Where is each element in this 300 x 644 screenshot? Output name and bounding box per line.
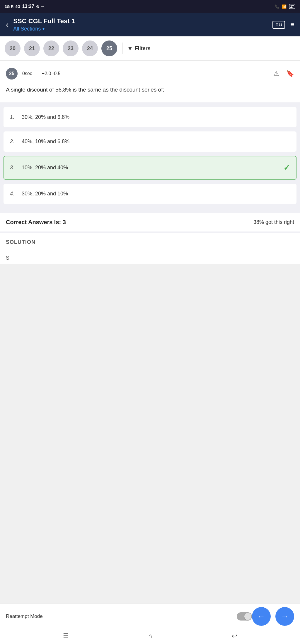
question-number-badge: 25 bbox=[6, 68, 18, 80]
arrow-side: ← → bbox=[252, 607, 294, 626]
carrier1-label: 3G R bbox=[5, 4, 13, 9]
alert-icon[interactable]: ⚠ bbox=[273, 70, 279, 77]
time-label: 13:27 bbox=[22, 4, 34, 9]
option-2[interactable]: 2. 40%, 10% and 6.8% bbox=[4, 131, 296, 152]
reattempt-toggle[interactable] bbox=[237, 612, 252, 621]
test-title: SSC CGL Full Test 1 bbox=[13, 17, 268, 25]
do-not-disturb-icon: ⊘ bbox=[36, 4, 39, 9]
battery-label: 27 bbox=[289, 4, 295, 9]
call-icon: 📞 bbox=[275, 4, 279, 9]
system-home-icon[interactable]: ⌂ bbox=[148, 632, 152, 640]
question-marks: +2.0 -0.5 bbox=[42, 71, 61, 76]
status-right: 📞 📶 27 bbox=[275, 4, 295, 9]
meta-divider bbox=[37, 70, 37, 77]
bookmark-icon[interactable]: 🔖 bbox=[286, 70, 294, 77]
answer-stats: Correct Answers Is: 3 38% got this right bbox=[0, 213, 300, 231]
system-nav-bar: ☰ ⌂ ↩ bbox=[0, 629, 300, 644]
next-button[interactable]: → bbox=[275, 607, 294, 626]
q-nav-22[interactable]: 22 bbox=[43, 40, 59, 56]
solution-section: SOLUTION Si bbox=[0, 231, 300, 264]
menu-button[interactable]: ≡ bbox=[290, 21, 294, 28]
question-text: A single discount of 56.8% is the same a… bbox=[6, 85, 294, 94]
q-nav-25[interactable]: 25 bbox=[101, 40, 117, 56]
back-button[interactable]: ‹ bbox=[6, 21, 8, 29]
option-1-text: 30%, 20% and 6.8% bbox=[22, 114, 290, 120]
dots-icon: ··· bbox=[41, 4, 44, 9]
got-right-stat: 38% got this right bbox=[253, 219, 294, 225]
header: ‹ SSC CGL Full Test 1 All Sections ▾ E 3… bbox=[0, 13, 300, 36]
question-meta: 25 0sec +2.0 -0.5 ⚠ 🔖 bbox=[6, 68, 294, 80]
option-4-number: 4. bbox=[10, 191, 17, 197]
q-nav-21[interactable]: 21 bbox=[24, 40, 40, 56]
filters-button[interactable]: ▼ Filters bbox=[127, 45, 151, 52]
carrier2-label: 4G bbox=[15, 4, 20, 9]
option-2-number: 2. bbox=[10, 138, 17, 145]
q-nav-20[interactable]: 20 bbox=[5, 40, 21, 56]
option-3[interactable]: 3. 10%, 20% and 40% ✓ bbox=[4, 156, 296, 180]
wifi-icon: 📶 bbox=[282, 4, 287, 9]
exam-badge: E 31 bbox=[272, 21, 285, 29]
q-nav-23[interactable]: 23 bbox=[63, 40, 79, 56]
prev-button[interactable]: ← bbox=[252, 607, 271, 626]
status-left: 3G R 4G 13:27 ⊘ ··· bbox=[5, 4, 44, 9]
filter-icon: ▼ bbox=[127, 45, 133, 52]
bottom-controls-row: Reattempt Mode ← → bbox=[0, 604, 300, 629]
nav-divider bbox=[122, 43, 122, 54]
option-2-text: 40%, 10% and 6.8% bbox=[22, 138, 290, 145]
correct-checkmark-icon: ✓ bbox=[283, 163, 290, 173]
option-1[interactable]: 1. 30%, 20% and 6.8% bbox=[4, 107, 296, 127]
option-1-number: 1. bbox=[10, 114, 17, 120]
option-4-text: 30%, 20% and 10% bbox=[22, 191, 290, 197]
system-menu-icon[interactable]: ☰ bbox=[63, 632, 69, 640]
solution-divider bbox=[6, 250, 294, 250]
options-area: 1. 30%, 20% and 6.8% 2. 40%, 10% and 6.8… bbox=[0, 102, 300, 213]
toggle-knob bbox=[244, 613, 251, 620]
exam-badge-letter: E bbox=[275, 23, 278, 27]
question-area: 25 0sec +2.0 -0.5 ⚠ 🔖 A single discount … bbox=[0, 61, 300, 102]
bottom-bar: Reattempt Mode ← → ☰ ⌂ ↩ bbox=[0, 603, 300, 644]
status-bar: 3G R 4G 13:27 ⊘ ··· 📞 📶 27 bbox=[0, 0, 300, 13]
option-4[interactable]: 4. 30%, 20% and 10% bbox=[4, 184, 296, 204]
question-nav-bar: 20 21 22 23 24 25 ▼ Filters bbox=[0, 36, 300, 61]
question-time: 0sec bbox=[22, 71, 32, 76]
filters-label: Filters bbox=[135, 45, 151, 52]
bottom-spacer bbox=[0, 264, 300, 311]
section-label: All Sections bbox=[13, 26, 41, 32]
exam-badge-number: 31 bbox=[279, 23, 282, 26]
option-3-number: 3. bbox=[10, 165, 17, 171]
system-back-icon[interactable]: ↩ bbox=[232, 632, 237, 640]
q-nav-24[interactable]: 24 bbox=[82, 40, 98, 56]
correct-answer-label: Correct Answers Is: 3 bbox=[6, 219, 66, 226]
solution-text-partial: Si bbox=[6, 255, 294, 261]
solution-heading: SOLUTION bbox=[6, 239, 294, 245]
option-3-text: 10%, 20% and 40% bbox=[22, 165, 279, 171]
reattempt-label: Reattempt Mode bbox=[6, 613, 233, 619]
header-actions: E 31 ≡ bbox=[272, 21, 294, 29]
section-selector[interactable]: All Sections ▾ bbox=[13, 26, 268, 32]
chevron-down-icon: ▾ bbox=[42, 26, 45, 31]
reattempt-side: Reattempt Mode bbox=[6, 612, 252, 621]
header-title-block: SSC CGL Full Test 1 All Sections ▾ bbox=[13, 17, 268, 32]
